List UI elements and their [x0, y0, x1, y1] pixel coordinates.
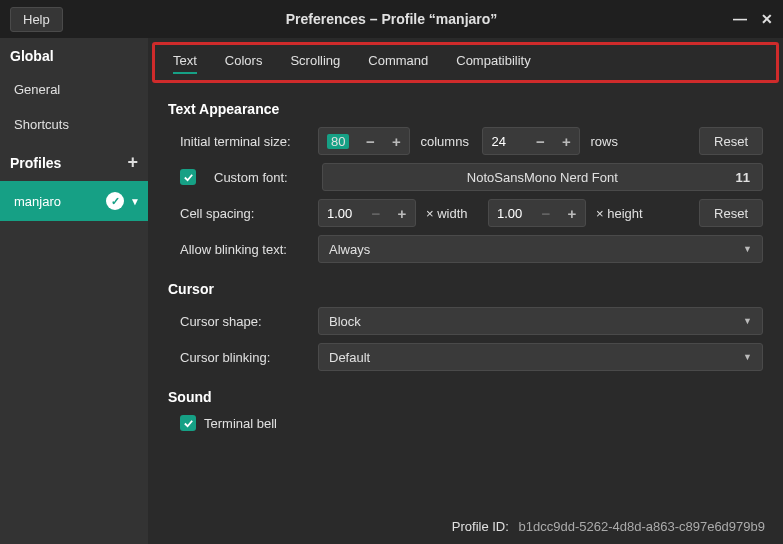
columns-value[interactable]: 80 [327, 134, 349, 149]
cell-height-increment[interactable]: + [559, 200, 585, 226]
rows-increment[interactable]: + [553, 128, 579, 154]
allow-blinking-label: Allow blinking text: [168, 242, 308, 257]
window-controls: — ✕ [733, 11, 773, 27]
cell-width-value[interactable] [319, 200, 363, 226]
chevron-down-icon[interactable]: ▼ [130, 196, 140, 207]
help-button[interactable]: Help [10, 7, 63, 32]
profile-id-label: Profile ID: [452, 519, 509, 534]
cursor-header: Cursor [168, 281, 763, 297]
tab-colors[interactable]: Colors [225, 53, 263, 74]
cell-height-unit: × height [596, 206, 648, 221]
rows-decrement[interactable]: − [527, 128, 553, 154]
cursor-shape-label: Cursor shape: [168, 314, 308, 329]
terminal-bell-label: Terminal bell [204, 416, 277, 431]
check-icon [183, 418, 194, 429]
rows-unit: rows [590, 134, 642, 149]
sidebar-profile-manjaro[interactable]: manjaro ✓ ▼ [0, 181, 148, 221]
minimize-icon[interactable]: — [733, 11, 747, 27]
tabs: Text Colors Scrolling Command Compatibil… [155, 45, 776, 80]
cursor-blinking-row: Cursor blinking: Default ▼ [168, 343, 763, 371]
cursor-shape-select[interactable]: Block ▼ [318, 307, 763, 335]
rows-value[interactable] [483, 128, 527, 154]
terminal-bell-checkbox[interactable] [180, 415, 196, 431]
close-icon[interactable]: ✕ [761, 11, 773, 27]
tab-command[interactable]: Command [368, 53, 428, 74]
add-profile-icon[interactable]: + [127, 152, 138, 173]
sidebar-global-header: Global [0, 38, 148, 72]
font-name: NotoSansMono Nerd Font [467, 170, 618, 185]
cursor-shape-row: Cursor shape: Block ▼ [168, 307, 763, 335]
custom-font-checkbox[interactable] [180, 169, 196, 185]
check-circle-icon: ✓ [106, 192, 124, 210]
cell-spacing-row: Cell spacing: − + × width − + × height R… [168, 199, 763, 227]
cell-width-increment[interactable]: + [389, 200, 415, 226]
terminal-bell-row: Terminal bell [168, 415, 763, 431]
cell-width-spinner[interactable]: − + [318, 199, 416, 227]
custom-font-row: Custom font: NotoSansMono Nerd Font 11 [168, 163, 763, 191]
sidebar-item-general[interactable]: General [0, 72, 148, 107]
profile-name: manjaro [14, 194, 106, 209]
sidebar-item-shortcuts[interactable]: Shortcuts [0, 107, 148, 142]
rows-spinner[interactable]: − + [482, 127, 580, 155]
font-button[interactable]: NotoSansMono Nerd Font 11 [322, 163, 763, 191]
sidebar-profiles-header: Profiles + [0, 142, 148, 181]
window-title: Preferences – Profile “manjaro” [286, 11, 498, 27]
cursor-blinking-select[interactable]: Default ▼ [318, 343, 763, 371]
cursor-blinking-label: Cursor blinking: [168, 350, 308, 365]
initial-size-label: Initial terminal size: [168, 134, 308, 149]
columns-unit: columns [420, 134, 472, 149]
cell-width-unit: × width [426, 206, 478, 221]
text-appearance-header: Text Appearance [168, 101, 763, 117]
custom-font-label: Custom font: [214, 170, 288, 185]
main-panel: Text Colors Scrolling Command Compatibil… [148, 38, 783, 544]
tab-text[interactable]: Text [173, 53, 197, 74]
tab-scrolling[interactable]: Scrolling [290, 53, 340, 74]
chevron-down-icon: ▼ [743, 244, 752, 254]
titlebar: Help Preferences – Profile “manjaro” — ✕ [0, 0, 783, 38]
cell-width-decrement[interactable]: − [363, 200, 389, 226]
cursor-blinking-value: Default [329, 350, 743, 365]
font-size: 11 [736, 170, 750, 185]
chevron-down-icon: ▼ [743, 316, 752, 326]
cell-height-spinner[interactable]: − + [488, 199, 586, 227]
initial-size-row: Initial terminal size: 80 − + columns − … [168, 127, 763, 155]
reset-size-button[interactable]: Reset [699, 127, 763, 155]
columns-spinner[interactable]: 80 − + [318, 127, 410, 155]
chevron-down-icon: ▼ [743, 352, 752, 362]
columns-increment[interactable]: + [383, 128, 409, 154]
allow-blinking-row: Allow blinking text: Always ▼ [168, 235, 763, 263]
allow-blinking-select[interactable]: Always ▼ [318, 235, 763, 263]
allow-blinking-value: Always [329, 242, 743, 257]
sound-header: Sound [168, 389, 763, 405]
columns-decrement[interactable]: − [357, 128, 383, 154]
reset-spacing-button[interactable]: Reset [699, 199, 763, 227]
cell-height-decrement[interactable]: − [533, 200, 559, 226]
tabs-highlight-box: Text Colors Scrolling Command Compatibil… [152, 42, 779, 83]
cursor-shape-value: Block [329, 314, 743, 329]
profile-id-value: b1dcc9dd-5262-4d8d-a863-c897e6d979b9 [519, 519, 766, 534]
check-icon [183, 172, 194, 183]
profile-id-footer: Profile ID: b1dcc9dd-5262-4d8d-a863-c897… [452, 519, 765, 534]
sidebar: Global General Shortcuts Profiles + manj… [0, 38, 148, 544]
cell-spacing-label: Cell spacing: [168, 206, 308, 221]
tab-compatibility[interactable]: Compatibility [456, 53, 530, 74]
cell-height-value[interactable] [489, 200, 533, 226]
